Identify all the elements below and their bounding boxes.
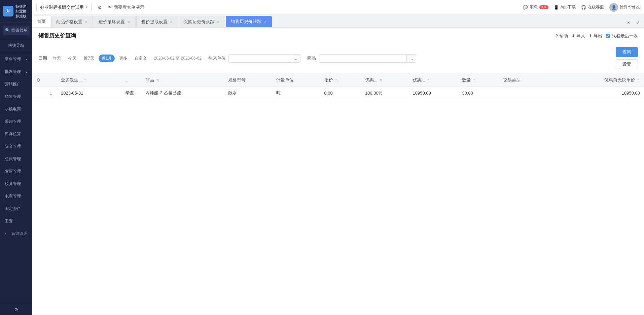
table-row[interactable]: 1 2023-05-31 华查... 丙烯酸-2-乙基己酯 散水 (32, 87, 644, 99)
sort-icon-pretax-price[interactable]: ⇅ (637, 78, 640, 82)
sidebar-item-inventory[interactable]: 库存核算 (0, 128, 32, 140)
table-settings-icon[interactable]: ⚙ (36, 77, 41, 83)
import-icon: ⬇ (571, 33, 575, 38)
search-menu-button[interactable]: 🔍 搜索菜单 (3, 26, 30, 35)
row-spec-cell: 散水 (224, 87, 272, 99)
close-tab-sale-extract[interactable]: × (170, 20, 173, 24)
sidebar-menu: 零售管理 ▾ 批发管理 ▴ 营销推广 销售管理 小畅电商 采购管理 库存核算 资… (0, 53, 32, 304)
date-options: 昨天 今天 近7天 近1月 更多 自定义 (50, 55, 150, 62)
tab-purchase-strategy[interactable]: 进价策略设置 × (94, 16, 135, 27)
tab-sales-history[interactable]: 销售历史价跟踪 × (226, 16, 272, 27)
close-icon: × (627, 20, 630, 25)
col-more: ... (121, 74, 142, 87)
date-option-more[interactable]: 更多 (116, 55, 130, 62)
logo-icon: 财 (3, 6, 13, 16)
chevron-up-icon: ▴ (26, 70, 28, 74)
row-quantity-cell: 30.00 (458, 87, 499, 99)
only-last-checkbox[interactable] (606, 34, 610, 38)
export-button[interactable]: ⬆ 导出 (588, 33, 602, 39)
search-icon: 🔍 (5, 28, 10, 33)
sidebar-search-section: 🔍 搜索菜单 (0, 23, 32, 38)
row-trade-type-cell (499, 87, 547, 99)
demo-button[interactable]: 👁 我要看实例演示 (108, 4, 144, 10)
topbar-right: 💬 消息 99+ 📱 App下载 🎧 在线客服 👤 徐泽华修改 (523, 3, 640, 12)
sidebar-item-ecommerce[interactable]: 电商管理 (0, 190, 32, 203)
chevron-down-icon: ▾ (26, 58, 28, 61)
sidebar-item-retail[interactable]: 零售管理 ▾ (0, 53, 32, 66)
source-unit-label: 往来单位 (208, 55, 226, 61)
row-discount2-cell: 10950.00 (409, 87, 458, 99)
more-cols-icon[interactable]: ... (125, 78, 128, 82)
tab-price-settings[interactable]: 商品价格设置 × (51, 16, 93, 27)
sort-icon-goods[interactable]: ⇅ (156, 78, 159, 82)
online-service-button[interactable]: 🎧 在线客服 (581, 4, 604, 10)
sort-icon-price[interactable]: ⇅ (335, 78, 338, 82)
close-panel-button[interactable]: × (624, 18, 633, 27)
help-button[interactable]: ? 帮助 (556, 33, 568, 39)
source-unit-more-button[interactable]: ... (291, 55, 300, 62)
sort-icon-quantity[interactable]: ⇅ (473, 78, 476, 82)
date-option-last1m[interactable]: 近1月 (99, 55, 115, 62)
only-last-checkbox-label[interactable]: 只看最后一次 (606, 33, 638, 39)
source-unit-input[interactable] (229, 55, 291, 62)
goods-filter-group: 商品 ... (307, 54, 416, 63)
date-option-today[interactable]: 今天 (65, 55, 79, 62)
tabbar: 首页 商品价格设置 × 进价策略设置 × 售价提取设置 × 采购历史价跟踪 × … (32, 15, 644, 28)
gear-icon: ⚙ (98, 5, 102, 10)
row-price-cell: 0.00 (320, 87, 361, 99)
col-spec: 规格型号 (224, 74, 272, 87)
sort-icon-discount1[interactable]: ⇅ (380, 78, 382, 82)
sidebar-item-ledger[interactable]: 总账管理 (0, 153, 32, 165)
close-tab-sales-history[interactable]: × (263, 19, 267, 24)
page-title: 销售历史价查询 (38, 32, 76, 39)
sidebar-item-wholesale[interactable]: 批发管理 ▴ (0, 66, 32, 78)
tab-sale-extract[interactable]: 售价提取设置 × (136, 16, 178, 27)
filter-actions: 查询 设置 (616, 47, 638, 69)
sidebar-item-sales[interactable]: 销售管理 (0, 91, 32, 103)
row-unit-cell: 吨 (272, 87, 320, 99)
close-tab-price-settings[interactable]: × (84, 20, 88, 24)
col-unit: 计量单位 (272, 74, 320, 87)
sidebar-bottom: ⚙ (0, 304, 32, 315)
user-menu[interactable]: 👤 徐泽华修改 (609, 3, 640, 12)
row-company-cell: 华查... (121, 87, 142, 99)
close-tab-purchase-strategy[interactable]: × (127, 20, 130, 24)
sidebar-item-ecommerce-small[interactable]: 小畅电商 (0, 103, 32, 115)
table-container: ⚙ 业务发生... ⇅ ... 商品 ⇅ (32, 74, 644, 315)
sidebar-item-marketing[interactable]: 营销推广 (0, 78, 32, 91)
sidebar-item-smart[interactable]: 智能管理 (0, 228, 32, 240)
module-selector[interactable]: 好业财标准版交付试用 ▾ (36, 3, 92, 12)
row-spacer-cell (547, 87, 562, 99)
import-button[interactable]: ⬇ 导入 (571, 33, 585, 39)
tab-purchase-history[interactable]: 采购历史价跟踪 × (179, 16, 225, 27)
sort-icon-discount2[interactable]: ⇅ (427, 78, 430, 82)
sidebar-item-finance[interactable]: 资金管理 (0, 140, 32, 153)
tab-home[interactable]: 首页 (32, 16, 50, 27)
sidebar-item-payroll[interactable]: 工资 (0, 215, 32, 228)
sidebar-item-invoice[interactable]: 发票管理 (0, 165, 32, 178)
goods-more-button[interactable]: ... (406, 55, 416, 62)
app-download-button[interactable]: 📱 App下载 (554, 4, 576, 10)
sidebar-settings-button[interactable]: ⚙ (14, 307, 19, 312)
sidebar-item-shortcut[interactable]: 快捷导航 (0, 40, 32, 51)
goods-input[interactable] (319, 55, 406, 62)
sidebar-item-assets[interactable]: 固定资产 (0, 203, 32, 215)
settings-button[interactable]: 设置 (616, 59, 638, 69)
topbar-settings-button[interactable]: ⚙ (95, 3, 104, 12)
sort-icon-business-date[interactable]: ⇅ (84, 78, 87, 82)
date-option-last7[interactable]: 近7天 (81, 55, 97, 62)
row-discount1-cell: 100.00% (361, 87, 409, 99)
date-option-yesterday[interactable]: 昨天 (50, 55, 64, 62)
sidebar-item-purchase[interactable]: 采购管理 (0, 115, 32, 128)
row-business-date-cell: 2023-05-31 (57, 87, 121, 99)
close-tab-purchase-history[interactable]: × (216, 20, 220, 24)
query-button[interactable]: 查询 (616, 47, 638, 57)
page-body: 销售历史价查询 ? 帮助 ⬇ 导入 ⬆ 导出 只看最后一次 (32, 28, 644, 315)
sidebar-item-tax[interactable]: 税务管理 (0, 178, 32, 190)
date-option-custom[interactable]: 自定义 (132, 55, 150, 62)
expand-panel-button[interactable]: ⤢ (633, 18, 643, 27)
source-unit-filter-group: 往来单位 ... (208, 54, 300, 63)
messages-button[interactable]: 💬 消息 99+ (523, 4, 548, 10)
row-settings-cell (32, 87, 45, 99)
sidebar: 财 畅捷通好业财 标准版 🔍 搜索菜单 快捷导航 零售管理 ▾ 批发管理 ▴ 营… (0, 0, 32, 315)
